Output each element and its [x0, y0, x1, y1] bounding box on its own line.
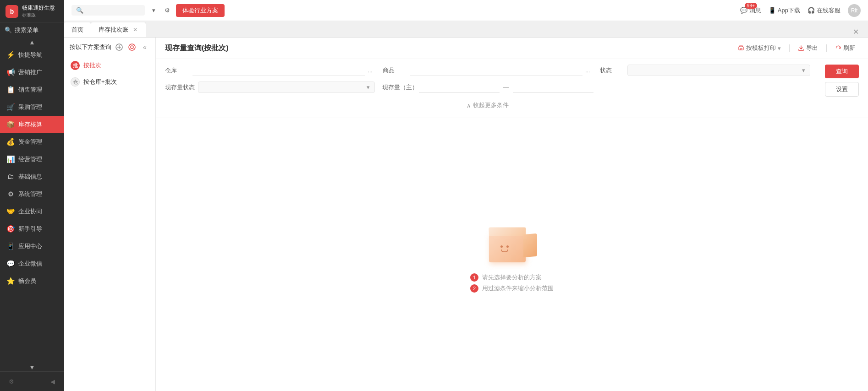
nav-icon-operations: 📊 [6, 155, 15, 163]
sidebar-collapse-button[interactable]: ◀ [48, 376, 58, 386]
svg-rect-6 [740, 48, 742, 49]
warehouse-input[interactable] [192, 65, 365, 76]
add-plan-button[interactable] [114, 42, 124, 52]
sidebar-item-inventory[interactable]: 📦 库存核算 [0, 116, 64, 133]
filter-area: 仓库 ... 商品 ... 状态 [156, 59, 868, 118]
topbar-search-box[interactable]: 🔍 [71, 5, 145, 16]
experience-plan-button[interactable]: 体验行业方案 [176, 4, 225, 17]
plan-item-by-warehouse-batch[interactable]: 仓 按仓库+批次 [64, 74, 155, 90]
print-template-button[interactable]: 按模板打印 ▾ [734, 42, 785, 54]
box-side [523, 234, 537, 258]
qty-range-separator: — [503, 84, 509, 91]
nav-label-member: 畅会员 [18, 277, 36, 285]
app-logo: b [5, 5, 18, 18]
refresh-icon [835, 45, 841, 51]
app-info: 畅康通好生意 标准版 [22, 5, 55, 18]
plan-label-by-batch: 按批次 [83, 61, 101, 70]
query-button[interactable]: 查询 [825, 65, 859, 78]
sidebar-item-enterprise[interactable]: 🤝 企业协同 [0, 203, 64, 220]
filter-field-status: 状态 ▾ [600, 65, 810, 76]
plan-settings-button[interactable] [127, 42, 137, 52]
nav-icon-enterprise: 🤝 [6, 207, 15, 216]
sidebar-item-guide[interactable]: 🎯 新手引导 [0, 220, 64, 238]
plan-item-by-batch[interactable]: 批 按批次 [64, 57, 155, 74]
sidebar-item-operations[interactable]: 📊 经营管理 [0, 151, 64, 168]
topbar-chevron-button[interactable]: ▾ [148, 5, 159, 16]
nav-icon-app-center: 📱 [6, 242, 15, 250]
collapse-icon: ◀ [50, 378, 55, 385]
sidebar-item-member[interactable]: ⭐ 畅会员 [0, 272, 64, 290]
user-avatar-button[interactable]: Rit [848, 4, 861, 17]
nav-label-quick-nav: 快捷导航 [18, 51, 42, 59]
online-service-label: 在线客服 [817, 6, 841, 15]
settings-footer-button[interactable]: ⚙ [6, 376, 16, 386]
sidebar-header: b 畅康通好生意 标准版 [0, 0, 64, 22]
sidebar-item-system[interactable]: ⚙ 系统管理 [0, 185, 64, 203]
topbar: 🔍 ▾ ⚙ 体验行业方案 💬 消息 99+ 📱 App下载 🎧 [64, 0, 868, 21]
warehouse-more-button[interactable]: ... [365, 67, 375, 74]
collapse-more-button[interactable]: ∧ 收起更多条件 [165, 98, 810, 112]
refresh-button[interactable]: 刷新 [831, 42, 859, 54]
sidebar-footer: ⚙ ◀ [0, 371, 64, 391]
inventory-status-dropdown[interactable]: ▾ [198, 81, 375, 93]
settings-button[interactable]: 设置 [825, 82, 859, 97]
left-panel-actions: « [114, 42, 150, 52]
export-button[interactable]: 导出 [794, 42, 822, 54]
empty-illustration [484, 217, 539, 262]
plan-icon-by-warehouse-batch: 仓 [71, 77, 80, 87]
svg-rect-7 [740, 49, 742, 49]
box-top-flap [489, 227, 526, 236]
online-service-button[interactable]: 🎧 在线客服 [808, 6, 841, 15]
tab-home[interactable]: 首页 [64, 22, 91, 37]
qty-max-input[interactable] [513, 82, 593, 93]
filter-field-warehouse: 仓库 ... [165, 65, 375, 76]
scroll-down-icon: ▼ [29, 364, 35, 370]
filter-field-inventory-status: 现存量状态 ▾ [165, 81, 375, 93]
nav-label-base-info: 基础信息 [18, 173, 42, 181]
search-icon: 🔍 [5, 27, 12, 33]
message-button[interactable]: 💬 消息 99+ [740, 6, 761, 15]
product-more-button[interactable]: ... [582, 67, 593, 74]
tab-corner-close-button[interactable]: ✕ [853, 27, 859, 36]
collapse-icon: ∧ [467, 102, 471, 109]
product-label: 商品 [383, 66, 410, 75]
sidebar-item-marketing[interactable]: 📢 营销推广 [0, 64, 64, 81]
product-input[interactable] [410, 65, 583, 76]
chevron-down-icon: ▾ [152, 7, 155, 14]
left-panel-title: 按以下方案查询 [70, 43, 111, 51]
nav-label-operations: 经营管理 [18, 155, 42, 163]
filter-actions: 查询 设置 [825, 65, 859, 97]
sidebar-item-quick-nav[interactable]: ⚡ 快捷导航 [0, 46, 64, 64]
sidebar-item-weixin[interactable]: 💬 企业微信 [0, 255, 64, 272]
divider-1 [789, 44, 790, 52]
status-dropdown[interactable]: ▾ [627, 65, 810, 76]
sidebar-item-sales[interactable]: 📋 销售管理 [0, 81, 64, 98]
panel-collapse-button[interactable]: « [140, 42, 150, 52]
sidebar-item-base-info[interactable]: 🗂 基础信息 [0, 168, 64, 185]
app-download-button[interactable]: 📱 App下载 [769, 6, 800, 15]
nav-label-weixin: 企业微信 [18, 260, 42, 268]
nav-label-enterprise: 企业协同 [18, 207, 42, 216]
phone-icon: 📱 [769, 7, 776, 14]
tab-home-label: 首页 [71, 26, 83, 34]
tab-close-button[interactable]: ✕ [132, 26, 138, 34]
sidebar-scroll-up[interactable]: ▲ [0, 38, 64, 46]
plan-settings-icon [128, 43, 136, 51]
tab-inventory-batch[interactable]: 库存批次账 ✕ [91, 22, 146, 37]
sidebar: b 畅康通好生意 标准版 🔍 搜索菜单 ▲ ⚡ 快捷导航 📢 营销推广 📋 销售… [0, 0, 64, 391]
warehouse-label: 仓库 [165, 66, 192, 75]
sidebar-item-purchase[interactable]: 🛒 采购管理 [0, 98, 64, 116]
plan-icon-by-batch: 批 [71, 61, 80, 70]
content-area: 按以下方案查询 [64, 38, 868, 391]
search-menu[interactable]: 🔍 搜索菜单 [0, 22, 64, 38]
eye-right [506, 245, 509, 248]
qty-min-input[interactable] [419, 82, 500, 93]
search-menu-label: 搜索菜单 [15, 26, 38, 34]
sidebar-scroll-down[interactable]: ▼ [0, 363, 64, 371]
sidebar-item-app-center[interactable]: 📱 应用中心 [0, 238, 64, 255]
right-panel: 现存量查询(按批次) 按模板打印 ▾ [156, 38, 868, 391]
page-header: 现存量查询(按批次) 按模板打印 ▾ [156, 38, 868, 59]
topbar-settings-button[interactable]: ⚙ [162, 5, 172, 16]
nav-label-guide: 新手引导 [18, 225, 42, 233]
sidebar-item-finance[interactable]: 💰 资金管理 [0, 133, 64, 151]
